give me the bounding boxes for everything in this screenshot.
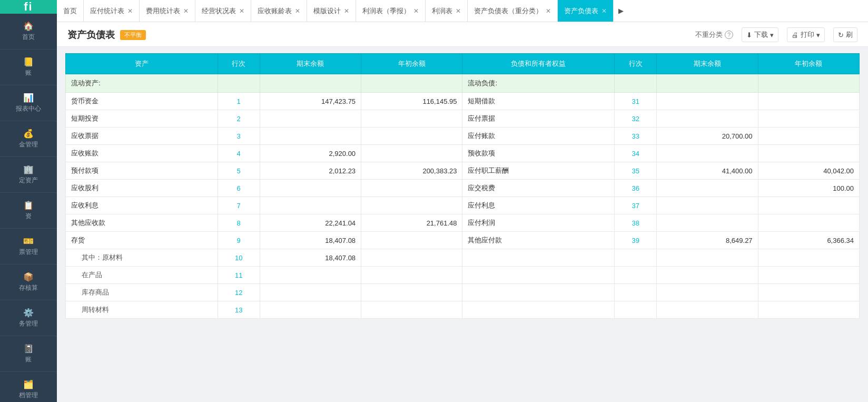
download-icon: ⬇	[746, 31, 752, 39]
header-liability: 负债和所有者权益	[462, 54, 615, 74]
right-label-cell	[462, 267, 615, 284]
sidebar-item-ledger[interactable]: 📒 账	[0, 50, 57, 85]
download-button[interactable]: ⬇ 下载 ▾	[742, 27, 778, 42]
table-row[interactable]: 短期投资 2 应付票据 32	[66, 110, 860, 128]
tab-expense-stats[interactable]: 费用统计表 ✕	[140, 0, 195, 22]
table-row[interactable]: 其中：原材料 10 18,407.08	[66, 249, 860, 267]
left-row-num: 2	[218, 110, 260, 128]
tab-scroll-right[interactable]: ▶	[614, 0, 628, 22]
table-row[interactable]: 货币资金 1 147,423.75 116,145.95 短期借款 31	[66, 93, 860, 110]
table-row[interactable]: 库存商品 12	[66, 284, 860, 301]
right-begin-balance	[758, 249, 859, 267]
right-label-cell: 应付票据	[462, 110, 615, 128]
no-reclassify-option[interactable]: 不重分类 ?	[695, 30, 733, 40]
sidebar-item-archive[interactable]: 🗂️ 档管理	[0, 372, 57, 402]
left-label-cell: 在产品	[66, 267, 218, 284]
table-row[interactable]: 应收票据 3 应付账款 33 20,700.00	[66, 128, 860, 145]
print-chevron-icon: ▾	[816, 31, 820, 39]
tab-payable-stats[interactable]: 应付统计表 ✕	[84, 0, 140, 22]
left-row-num: 12	[218, 284, 260, 301]
sidebar-item-home[interactable]: 🏠 首页	[0, 14, 57, 50]
right-end-balance	[657, 249, 758, 267]
left-begin-balance	[361, 249, 462, 267]
tab-close-operation-status[interactable]: ✕	[239, 7, 244, 15]
right-label-cell: 短期借款	[462, 93, 615, 110]
tab-close-expense-stats[interactable]: ✕	[183, 7, 189, 15]
tab-close-template-design[interactable]: ✕	[344, 7, 349, 15]
left-label-cell: 短期投资	[66, 110, 218, 128]
sidebar-item-capital[interactable]: 📋 资	[0, 193, 57, 229]
right-label-cell: 应付账款	[462, 128, 615, 145]
right-begin-balance: 100.00	[758, 180, 859, 197]
tab-balance-reclassified[interactable]: 资产负债表（重分类） ✕	[468, 0, 558, 22]
sidebar-item-affairs[interactable]: ⚙️ 务管理	[0, 300, 57, 336]
tab-operation-status[interactable]: 经营状况表 ✕	[195, 0, 251, 22]
right-label-cell: 应付职工薪酬	[462, 162, 615, 180]
left-begin-balance: 200,383.23	[361, 162, 462, 180]
header-asset: 资产	[66, 54, 218, 74]
left-label-cell: 应收利息	[66, 197, 218, 214]
table-row[interactable]: 应收股利 6 应交税费 36 100.00	[66, 180, 860, 197]
sidebar-item-inventory[interactable]: 📦 存核算	[0, 264, 57, 300]
sidebar-item-account[interactable]: 📓 账	[0, 336, 57, 372]
left-section-label: 流动资产:	[66, 74, 218, 93]
header-left-end-balance: 期末余额	[260, 54, 361, 74]
table-row[interactable]: 在产品 11	[66, 267, 860, 284]
help-icon: ?	[725, 31, 733, 39]
table-row[interactable]: 预付款项 5 2,012.23 200,383.23 应付职工薪酬 35 41,…	[66, 162, 860, 180]
left-label-cell: 货币资金	[66, 93, 218, 110]
tab-profit[interactable]: 利润表 ✕	[426, 0, 468, 22]
tab-close-profit-quarterly[interactable]: ✕	[413, 7, 419, 15]
right-label-cell: 预收款项	[462, 145, 615, 162]
tab-balance-sheet[interactable]: 资产负债表 ✕	[558, 0, 614, 22]
tab-receivable-aging[interactable]: 应收账龄表 ✕	[251, 0, 307, 22]
left-end-balance: 2,920.00	[260, 145, 361, 162]
left-begin-balance: 116,145.95	[361, 93, 462, 110]
left-begin-balance: 21,761.48	[361, 214, 462, 232]
tab-home[interactable]: 首页	[57, 0, 84, 22]
left-end-balance: 18,407.08	[260, 249, 361, 267]
sidebar-item-report-center[interactable]: 📊 报表中心	[0, 85, 57, 121]
table-row[interactable]: 应收利息 7 应付利息 37	[66, 197, 860, 214]
left-row-num: 10	[218, 249, 260, 267]
left-row-num: 8	[218, 214, 260, 232]
header-left-begin-balance: 年初余额	[361, 54, 462, 74]
left-begin-balance	[361, 301, 462, 319]
header-left-row: 行次	[218, 54, 260, 74]
tab-close-balance-sheet[interactable]: ✕	[601, 7, 607, 15]
tab-close-balance-reclassified[interactable]: ✕	[546, 7, 551, 15]
tab-template-design[interactable]: 模版设计 ✕	[307, 0, 356, 22]
sidebar-item-invoice[interactable]: 🎫 票管理	[0, 229, 57, 264]
left-begin-balance	[361, 180, 462, 197]
tab-close-profit[interactable]: ✕	[456, 7, 461, 15]
left-end-balance	[260, 180, 361, 197]
sidebar: fi 🏠 首页 📒 账 📊 报表中心 💰 金管理 🏢 定资产 📋 资 🎫 票管理…	[0, 0, 57, 402]
assets-icon: 🏢	[0, 164, 57, 174]
main-content: 首页 应付统计表 ✕ 费用统计表 ✕ 经营状况表 ✕ 应收账龄表 ✕ 模版设计 …	[57, 0, 868, 402]
sidebar-item-fixed-assets[interactable]: 🏢 定资产	[0, 157, 57, 193]
left-row-num: 1	[218, 93, 260, 110]
sidebar-item-finance[interactable]: 💰 金管理	[0, 121, 57, 157]
table-row[interactable]: 存货 9 18,407.08 其他应付款 39 8,649.27 6,366.3…	[66, 232, 860, 249]
print-button[interactable]: 🖨 打印 ▾	[787, 27, 825, 42]
right-end-balance	[657, 284, 758, 301]
capital-icon: 📋	[0, 200, 57, 210]
table-row[interactable]: 应收账款 4 2,920.00 预收款项 34	[66, 145, 860, 162]
left-label-cell: 应收账款	[66, 145, 218, 162]
refresh-button[interactable]: ↻ 刷	[833, 27, 857, 42]
tab-profit-quarterly[interactable]: 利润表（季报） ✕	[356, 0, 426, 22]
right-row-num: 38	[615, 214, 657, 232]
right-row-num: 36	[615, 180, 657, 197]
left-end-balance: 2,012.23	[260, 162, 361, 180]
left-end-balance	[260, 301, 361, 319]
right-end-balance: 41,400.00	[657, 162, 758, 180]
table-row[interactable]: 周转材料 13	[66, 301, 860, 319]
tab-close-receivable-aging[interactable]: ✕	[295, 7, 300, 15]
left-begin-balance	[361, 232, 462, 249]
table-row[interactable]: 其他应收款 8 22,241.04 21,761.48 应付利润 38	[66, 214, 860, 232]
right-begin-balance: 40,042.00	[758, 162, 859, 180]
balance-sheet-table: 资产 行次 期末余额 年初余额 负债和所有者权益 行次 期末余额 年初余额 流动…	[65, 53, 860, 319]
home-icon: 🏠	[0, 21, 57, 31]
tab-close-payable-stats[interactable]: ✕	[127, 7, 133, 15]
left-begin-balance	[361, 110, 462, 128]
